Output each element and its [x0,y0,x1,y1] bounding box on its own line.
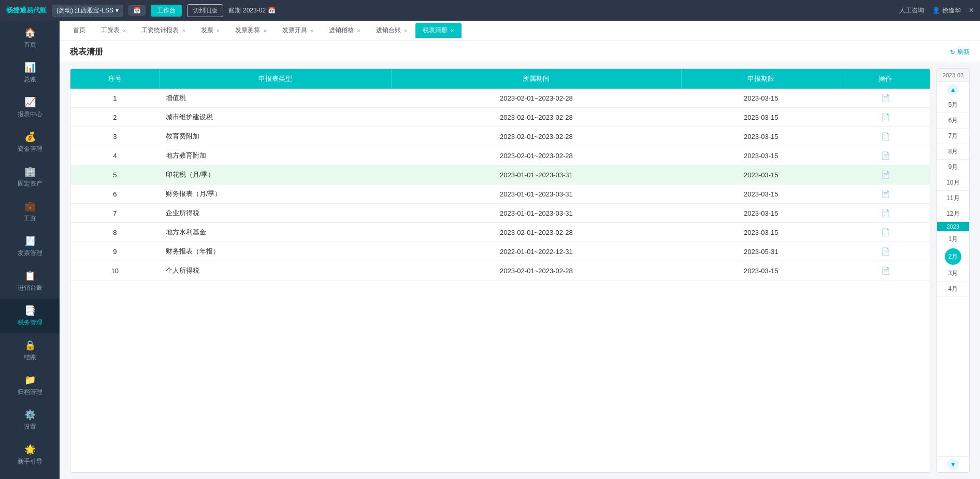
action-icon[interactable]: 📄 [881,247,890,256]
invoices-icon: 🧾 [24,235,36,247]
close-ledger-icon: 🔒 [24,340,36,351]
tab-salary-table[interactable]: 工资表 × [94,23,133,38]
page-title: 税表清册 [70,47,103,58]
sidebar-label-salary: 工资 [24,214,36,223]
cell-type: 财务报表（月/季） [160,185,392,204]
guide-icon: 🌟 [24,444,36,455]
cell-action[interactable]: 📄 [841,242,930,261]
cell-action[interactable]: 📄 [841,89,930,108]
sidebar-item-invoices[interactable]: 🧾 发票管理 [0,229,60,264]
calendar-icon-btn[interactable]: 📅 [128,5,146,16]
tab-tax-form-close[interactable]: × [451,27,454,34]
sidebar-item-assets[interactable]: 🏢 固定资产 [0,160,60,194]
cell-action[interactable]: 📄 [841,223,930,242]
cell-action[interactable]: 📄 [841,165,930,185]
table-row: 1 增值税 2023-02-01~2023-02-28 2023-03-15 📄 [70,89,930,108]
cal-month-item[interactable]: 6月 [937,113,969,129]
cell-action[interactable]: 📄 [841,108,930,127]
cell-action[interactable]: 📄 [841,185,930,204]
tab-tax-form-label: 税表清册 [423,26,448,35]
cell-deadline: 2023-03-15 [681,223,841,242]
tab-in-ledger-close[interactable]: × [404,27,407,34]
refresh-button[interactable]: ↻ 刷新 [950,48,970,57]
tab-invoice-open[interactable]: 发票开具 × [275,23,321,38]
cal-month-item[interactable]: 7月 [937,129,969,144]
tab-invoice-open-close[interactable]: × [310,27,313,34]
cell-period: 2023-01-01~2023-03-31 [391,204,681,223]
sidebar-item-funds[interactable]: 💰 资金管理 [0,125,60,160]
archive-icon: 📁 [24,374,36,386]
sidebar-item-ledger[interactable]: 📊 总账 [0,55,60,90]
sidebar-label-guide: 新手引导 [18,457,42,466]
sidebar-item-home[interactable]: 🏠 首页 [0,21,60,55]
col-header-period: 所属期间 [391,69,681,89]
action-icon[interactable]: 📄 [881,94,890,102]
inout-icon: 📋 [24,270,36,281]
tab-invoice-close[interactable]: × [217,27,220,34]
cell-action[interactable]: 📄 [841,261,930,280]
action-icon[interactable]: 📄 [881,228,890,236]
cal-month-item[interactable]: 5月 [937,97,969,113]
tab-invoice-calc[interactable]: 发票测算 × [228,23,273,38]
cal-month-item[interactable]: 2月 [945,248,961,265]
tab-in-ledger[interactable]: 进销台账 × [369,23,414,38]
sidebar-label-home: 首页 [24,40,36,49]
company-selector[interactable]: (勿动) 江西股宝-LSS ▾ [52,5,123,17]
cell-type: 财务报表（年报） [160,242,392,261]
cal-month-item[interactable]: 8月 [937,144,969,160]
sidebar-item-archive[interactable]: 📁 归档管理 [0,368,60,403]
cal-month-item[interactable]: 9月 [937,160,969,175]
sidebar-item-tax[interactable]: 📑 税务管理 [0,299,60,333]
action-icon[interactable]: 📄 [881,190,890,198]
tab-home[interactable]: 首页 [66,23,93,38]
workbench-button[interactable]: 工作台 [151,5,182,17]
tab-in-audit-close[interactable]: × [357,27,360,34]
sidebar-item-vip[interactable]: ♦ 畅会员 [0,472,60,479]
cal-month-item[interactable]: 3月 [937,266,969,281]
cell-deadline: 2023-03-15 [681,204,841,223]
tab-tax-form[interactable]: 税表清册 × [415,23,461,38]
cell-action[interactable]: 📄 [841,127,930,146]
cal-nav-down-button[interactable]: ▼ [947,459,959,470]
action-icon[interactable]: 📄 [881,171,890,179]
sidebar-item-guide[interactable]: 🌟 新手引导 [0,438,60,472]
tab-invoice[interactable]: 发票 × [194,23,227,38]
cal-month-item[interactable]: 12月 [937,206,969,222]
sidebar-item-close[interactable]: 🔒 结账 [0,333,60,368]
cal-month-item[interactable]: 1月 [937,232,969,247]
action-icon[interactable]: 📄 [881,132,890,140]
cal-month-item[interactable]: 10月 [937,175,969,191]
cell-type: 印花税（月/季） [160,165,392,185]
cell-action[interactable]: 📄 [841,204,930,223]
cell-index: 4 [70,146,160,165]
tab-invoice-calc-close[interactable]: × [263,27,266,34]
cell-type: 增值税 [160,89,392,108]
action-icon[interactable]: 📄 [881,151,890,160]
sidebar-item-salary[interactable]: 💼 工资 [0,194,60,229]
cal-nav-down: ▼ [937,456,969,472]
side-calendar: 2023-02 ▲ 5月6月7月8月9月10月11月12月20231月2月3月4… [936,68,970,473]
funds-icon: 💰 [24,131,36,143]
action-icon[interactable]: 📄 [881,113,890,121]
sidebar-item-settings[interactable]: ⚙️ 设置 [0,403,60,438]
sidebar-item-inout[interactable]: 📋 进销台账 [0,264,60,299]
tab-salary-stats-close[interactable]: × [182,27,185,34]
cal-month-item[interactable]: 4月 [937,281,969,297]
cal-nav-up-button[interactable]: ▲ [947,84,959,95]
cal-month-item[interactable]: 11月 [937,191,969,206]
close-button[interactable]: × [969,6,974,15]
cell-period: 2023-01-01~2023-03-31 [391,185,681,204]
switch-old-button[interactable]: 切到旧版 [187,4,223,17]
sidebar-label-funds: 资金管理 [18,145,42,153]
tax-table: 序号 申报表类型 所属期间 申报期限 操作 1 增值税 2023-02-01~2… [70,68,930,473]
tab-in-audit[interactable]: 进销稽核 × [322,23,367,38]
help-button[interactable]: 人工咨询 [899,6,924,15]
tab-salary-stats[interactable]: 工资统计报表 × [134,23,192,38]
action-icon[interactable]: 📄 [881,266,890,275]
cell-action[interactable]: 📄 [841,146,930,165]
tab-salary-table-close[interactable]: × [123,27,126,34]
sidebar-item-reports[interactable]: 📈 报表中心 [0,90,60,125]
cell-type: 教育费附加 [160,127,392,146]
cell-period: 2023-02-01~2023-02-28 [391,127,681,146]
action-icon[interactable]: 📄 [881,209,890,217]
